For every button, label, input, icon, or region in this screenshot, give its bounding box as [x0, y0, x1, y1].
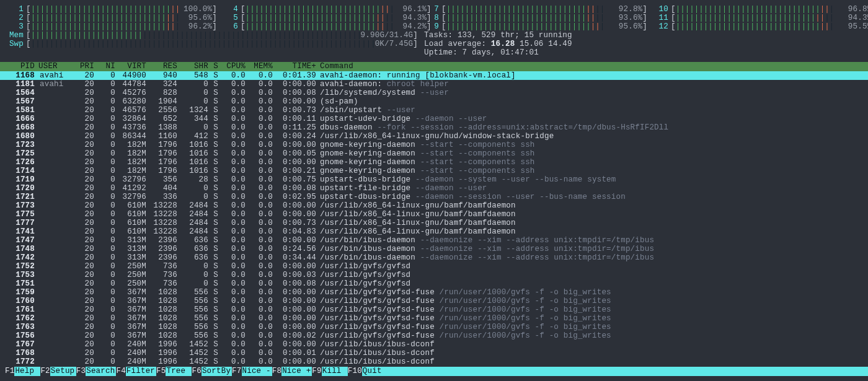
- fkey: F9: [312, 367, 321, 376]
- process-row[interactable]: 1756 20 0 367M 1028 556 S 0.0 0.0 0:00.0…: [0, 331, 868, 340]
- process-row[interactable]: 1719 20 0 32796 356 28 S 0.0 0.0 0:00.75…: [0, 175, 868, 184]
- fkey-action[interactable]: Nice +: [281, 367, 312, 376]
- process-row[interactable]: 1775 20 0 610M 13228 2484 S 0.0 0.0 0:00…: [0, 210, 868, 219]
- fkey-action[interactable]: Kill: [322, 367, 348, 376]
- fkey-action[interactable]: Setup: [50, 367, 76, 376]
- fkey: F3: [76, 367, 86, 376]
- mem-meter: Mem [ ||||||||||||||||||||||||||||||||||…: [9, 31, 418, 40]
- cpu-meter: 9 [ |||||||||||||||||||||||||||||||||| 9…: [424, 22, 647, 31]
- cpu-meter: 7 [ |||||||||||||||||||||||||||||||||| 9…: [424, 5, 647, 14]
- col-user[interactable]: USER: [37, 62, 72, 71]
- process-row[interactable]: 1725 20 0 182M 1796 1016 S 0.0 0.0 0:00.…: [0, 149, 868, 158]
- process-row[interactable]: 1751 20 0 250M 736 0 S 0.0 0.0 0:00.08 /…: [0, 279, 868, 288]
- process-row[interactable]: 1753 20 0 250M 736 0 S 0.0 0.0 0:00.03 /…: [0, 271, 868, 279]
- process-list[interactable]: 1168 avahi 20 0 44900 940 548 S 0.0 0.0 …: [0, 71, 868, 376]
- col-shr[interactable]: SHR: [180, 62, 211, 71]
- process-row[interactable]: 1721 20 0 32796 336 0 S 0.0 0.0 0:02.95 …: [0, 193, 868, 201]
- process-row[interactable]: 1668 20 0 43736 1388 0 S 0.0 0.0 0:11.25…: [0, 123, 868, 132]
- col-virt[interactable]: VIRT: [118, 62, 149, 71]
- process-row[interactable]: 1773 20 0 610M 13228 2484 S 0.0 0.0 0:00…: [0, 201, 868, 210]
- process-row[interactable]: 1747 20 0 313M 2396 636 S 0.0 0.0 0:00.0…: [0, 236, 868, 245]
- fkey: F7: [232, 367, 241, 376]
- load-line: Load average: 16.28 15.06 14.49: [424, 40, 647, 48]
- process-row[interactable]: 1768 20 0 240M 1996 1452 S 0.0 0.0 0:00.…: [0, 349, 868, 357]
- process-row[interactable]: 1741 20 0 610M 13228 2484 S 0.0 0.0 0:04…: [0, 227, 868, 236]
- process-row[interactable]: 1777 20 0 610M 13228 2484 S 0.0 0.0 0:00…: [0, 219, 868, 227]
- process-row[interactable]: 1723 20 0 182M 1796 1016 S 0.0 0.0 0:00.…: [0, 141, 868, 149]
- col-pri[interactable]: PRI: [72, 62, 97, 71]
- process-row[interactable]: 1567 20 0 63280 1904 0 S 0.0 0.0 0:00.00…: [0, 97, 868, 106]
- process-row[interactable]: 1581 20 0 46576 2556 1324 S 0.0 0.0 0:00…: [0, 106, 868, 115]
- cpu-meter: 1 [ |||||||||||||||||||||||||||||||| 100…: [9, 5, 217, 14]
- cpu-meter: 3 [ |||||||||||||||||||||||||||||||| 96.…: [9, 22, 217, 31]
- fkey-action[interactable]: Help: [14, 367, 40, 376]
- process-row[interactable]: 1181 avahi 20 0 44784 324 0 S 0.0 0.0 0:…: [0, 80, 868, 89]
- process-row[interactable]: 1763 20 0 367M 1028 556 S 0.0 0.0 0:00.0…: [0, 323, 868, 331]
- fkey-action[interactable]: Tree: [166, 367, 192, 376]
- meters-section: 1 [ |||||||||||||||||||||||||||||||| 100…: [0, 5, 868, 62]
- process-row[interactable]: 1564 20 0 45276 828 0 S 0.0 0.0 0:00.08 …: [0, 89, 868, 97]
- fkey-action[interactable]: Search: [86, 367, 116, 376]
- fkey: F4: [116, 367, 125, 376]
- process-row[interactable]: 1761 20 0 367M 1028 556 S 0.0 0.0 0:00.0…: [0, 305, 868, 314]
- col-cpu[interactable]: CPU%: [221, 62, 248, 71]
- cpu-meter: 6 [ |||||||||||||||||||||||||||||||| 94.…: [223, 22, 432, 31]
- cpu-meter: 5 [ |||||||||||||||||||||||||||||||| 94.…: [223, 14, 432, 22]
- cpu-meter: 11 [ |||||||||||||||||||||||||||||||||| …: [653, 14, 868, 22]
- fkey-action[interactable]: SortBy: [202, 367, 232, 376]
- process-row[interactable]: 1726 20 0 182M 1796 1016 S 0.0 0.0 0:00.…: [0, 158, 868, 167]
- process-row[interactable]: 1714 20 0 182M 1796 1016 S 0.0 0.0 0:00.…: [0, 167, 868, 175]
- cpu-meter: 8 [ |||||||||||||||||||||||||||||||||| 9…: [424, 14, 647, 22]
- process-row[interactable]: 1767 20 0 240M 1996 1452 S 0.0 0.0 0:00.…: [0, 340, 868, 349]
- process-row[interactable]: 1772 20 0 240M 1996 1452 S 0.0 0.0 0:00.…: [0, 357, 868, 366]
- cpu-meter: 4 [ |||||||||||||||||||||||||||||||| 96.…: [223, 5, 432, 14]
- fkey: F10: [348, 367, 362, 376]
- uptime-line: Uptime: 7 days, 01:47:01: [424, 48, 647, 57]
- fkey: F1: [5, 367, 14, 376]
- fkey: F8: [272, 367, 281, 376]
- process-row[interactable]: 1680 20 0 86344 1160 412 S 0.0 0.0 0:00.…: [0, 132, 868, 141]
- process-row[interactable]: 1762 20 0 367M 1028 556 S 0.0 0.0 0:00.0…: [0, 314, 868, 323]
- col-cmd[interactable]: Command: [319, 62, 868, 71]
- process-row[interactable]: 1666 20 0 32864 652 344 S 0.0 0.0 0:00.1…: [0, 115, 868, 123]
- col-time[interactable]: TIME+: [275, 62, 319, 71]
- fkey: F6: [192, 367, 201, 376]
- col-pid[interactable]: PID: [4, 62, 37, 71]
- fkey: F2: [40, 367, 50, 376]
- cpu-meter: 2 [ |||||||||||||||||||||||||||||||| 95.…: [9, 14, 217, 22]
- fkey-action[interactable]: Nice -: [242, 367, 272, 376]
- process-row[interactable]: 1752 20 0 250M 736 0 S 0.0 0.0 0:00.00 /…: [0, 262, 868, 271]
- process-row[interactable]: 1759 20 0 367M 1028 556 S 0.0 0.0 0:00.0…: [0, 288, 868, 297]
- col-mem[interactable]: MEM%: [248, 62, 275, 71]
- process-row[interactable]: 1748 20 0 313M 2396 636 S 0.0 0.0 0:24.5…: [0, 245, 868, 253]
- cpu-meter: 10 [ |||||||||||||||||||||||||||||||||| …: [653, 5, 868, 14]
- process-row[interactable]: 1720 20 0 41292 404 0 S 0.0 0.0 0:00.08 …: [0, 184, 868, 193]
- fkey: F5: [156, 367, 166, 376]
- process-row[interactable]: 1168 avahi 20 0 44900 940 548 S 0.0 0.0 …: [0, 71, 868, 80]
- process-row[interactable]: 1742 20 0 313M 2396 636 S 0.0 0.0 0:34.4…: [0, 253, 868, 262]
- col-ni[interactable]: NI: [97, 62, 118, 71]
- col-res[interactable]: RES: [149, 62, 180, 71]
- col-s[interactable]: S: [211, 62, 221, 71]
- cpu-meter: 12 [ |||||||||||||||||||||||||||||||||| …: [653, 22, 868, 31]
- fkey-action[interactable]: Filter: [126, 367, 156, 376]
- fkey-action[interactable]: Quit: [362, 367, 388, 376]
- tasks-line: Tasks: 133, 529 thr; 15 running: [424, 31, 647, 40]
- function-key-bar[interactable]: F1HelpF2SetupF3SearchF4FilterF5TreeF6Sor…: [0, 367, 868, 376]
- column-header[interactable]: PID USER PRI NI VIRT RES SHR S CPU% MEM%…: [0, 62, 868, 71]
- process-row[interactable]: 1760 20 0 367M 1028 556 S 0.0 0.0 0:00.0…: [0, 297, 868, 305]
- mem-meter: Swp [ ||||||||||||||||||||||||||||||||||…: [9, 40, 418, 48]
